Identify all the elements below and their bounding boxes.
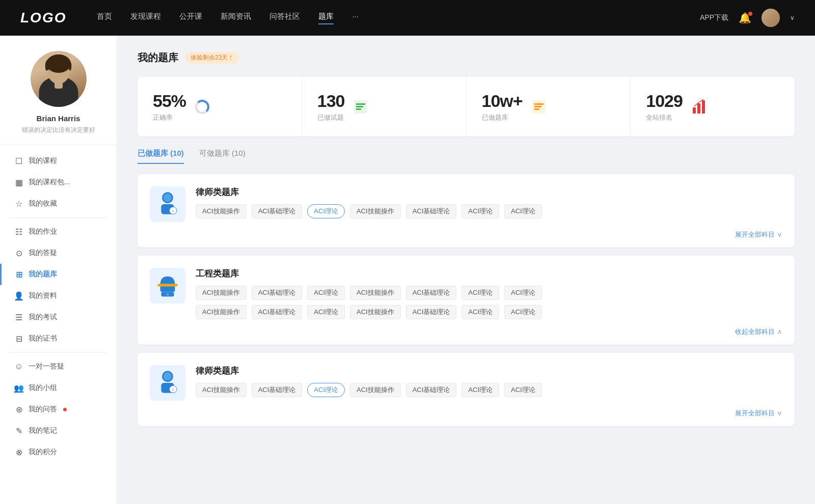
svg-point-21	[164, 193, 172, 202]
stat-rank-value: 1029	[646, 91, 683, 111]
stat-banks: 10w+ 已做题库	[467, 77, 631, 136]
tag-2-s5[interactable]: ACI基础理论	[406, 305, 457, 319]
bank-card-1-tags: ACI技能操作 ACI基础理论 ACI理论 ACI技能操作 ACI基础理论 AC…	[196, 204, 782, 218]
sidebar-item-homework[interactable]: ☷ 我的作业	[0, 221, 117, 242]
sidebar-label-course-pack: 我的课程包...	[29, 178, 70, 187]
tag-3-7[interactable]: ACI理论	[504, 383, 542, 397]
tag-2-3[interactable]: ACI理论	[307, 286, 345, 300]
svg-rect-17	[697, 103, 700, 114]
tag-2-s4[interactable]: ACI技能操作	[350, 305, 401, 319]
tag-2-2[interactable]: ACI基础理论	[252, 286, 303, 300]
nav-home[interactable]: 首页	[97, 12, 112, 24]
sidebar-item-my-qa[interactable]: ⊛ 我的问答	[0, 399, 117, 420]
tag-3-5[interactable]: ACI基础理论	[406, 383, 457, 397]
app-download-link[interactable]: APP下载	[700, 13, 728, 22]
sidebar-item-one-on-one[interactable]: ☺ 一对一答疑	[0, 356, 117, 377]
people-icon: 👤	[14, 291, 23, 300]
tag-2-6[interactable]: ACI理论	[461, 286, 499, 300]
nav-news[interactable]: 新闻资讯	[221, 12, 251, 24]
tag-3-3-active[interactable]: ACI理论	[307, 383, 345, 397]
sidebar-label-profile: 我的资料	[29, 291, 57, 300]
bank-card-3-tags: ACI技能操作 ACI基础理论 ACI理论 ACI技能操作 ACI基础理论 AC…	[196, 383, 782, 397]
nav-discover[interactable]: 发现课程	[130, 12, 161, 24]
qa-notification-dot	[63, 408, 67, 411]
tag-2-s3[interactable]: ACI理论	[307, 305, 345, 319]
tab-done[interactable]: 已做题库 (10)	[138, 149, 184, 163]
sidebar-label-notes: 我的笔记	[29, 426, 57, 435]
stat-accuracy-label: 正确率	[153, 113, 186, 122]
tag-3-6[interactable]: ACI理论	[461, 383, 499, 397]
tag-2-1[interactable]: ACI技能操作	[196, 286, 247, 300]
tag-1-1[interactable]: ACI技能操作	[196, 204, 247, 218]
sidebar-item-certificate[interactable]: ⊟ 我的证书	[0, 328, 117, 349]
tag-1-6[interactable]: ACI理论	[461, 204, 499, 218]
expand-btn-3[interactable]: 展开全部科目 ∨	[735, 409, 782, 418]
sidebar-item-exam[interactable]: ☰ 我的考试	[0, 306, 117, 328]
sidebar-item-group[interactable]: 👥 我的小组	[0, 377, 117, 399]
nav-question-bank[interactable]: 题库	[318, 12, 334, 24]
profile-name: Brian Harris	[37, 114, 80, 123]
tag-2-s6[interactable]: ACI理论	[461, 305, 499, 319]
avatar-image	[762, 9, 780, 27]
tag-2-4[interactable]: ACI技能操作	[350, 286, 401, 300]
tag-3-4[interactable]: ACI技能操作	[350, 383, 401, 397]
tag-1-4[interactable]: ACI技能操作	[350, 204, 401, 218]
tag-2-s1[interactable]: ACI技能操作	[196, 305, 247, 319]
profile-motto: 错误的决定比没有决定要好	[22, 126, 95, 134]
bank-card-3-title: 律师类题库	[196, 365, 782, 377]
sidebar-item-question-bank[interactable]: ⊞ 我的题库	[0, 264, 117, 285]
user-menu-chevron[interactable]: ∨	[790, 14, 795, 21]
engineer-icon-svg	[154, 272, 181, 299]
bank-icon-lawyer-3: ✓	[150, 365, 185, 401]
tag-3-1[interactable]: ACI技能操作	[196, 383, 247, 397]
bank-card-1-content: 律师类题库 ACI技能操作 ACI基础理论 ACI理论 ACI技能操作 ACI基…	[196, 186, 782, 218]
nav-more[interactable]: ···	[352, 12, 359, 24]
tag-2-s2[interactable]: ACI基础理论	[252, 305, 303, 319]
chat-icon: ☺	[14, 362, 23, 371]
stat-banks-value: 10w+	[482, 91, 523, 111]
tab-available[interactable]: 可做题库 (10)	[199, 149, 246, 163]
svg-rect-15	[534, 108, 539, 110]
tag-2-5[interactable]: ACI基础理论	[406, 286, 457, 300]
svg-point-7	[199, 103, 206, 110]
sidebar-label-homework: 我的作业	[29, 227, 57, 236]
bar-chart-svg	[690, 98, 708, 116]
lawyer-icon-svg-3: ✓	[154, 369, 181, 397]
stat-rank-label: 全站排名	[646, 113, 683, 122]
sidebar-item-course-pack[interactable]: ▦ 我的课程包...	[0, 172, 117, 193]
sidebar-item-favorites[interactable]: ☆ 我的收藏	[0, 193, 117, 214]
tag-1-3-active[interactable]: ACI理论	[307, 204, 345, 218]
nav-open-course[interactable]: 公开课	[179, 12, 202, 24]
sidebar-item-notes[interactable]: ✎ 我的笔记	[0, 420, 117, 441]
sidebar-item-profile[interactable]: 👤 我的资料	[0, 285, 117, 306]
clipboard-icon: ☷	[14, 227, 23, 236]
user-avatar[interactable]	[762, 9, 780, 27]
tag-2-s7[interactable]: ACI理论	[504, 305, 542, 319]
sidebar-item-qa-answer[interactable]: ⊙ 我的答疑	[0, 242, 117, 264]
nav-qa[interactable]: 问答社区	[269, 12, 300, 24]
collapse-btn-2[interactable]: 收起全部科目 ∧	[735, 327, 782, 337]
list-green-icon	[351, 98, 370, 116]
tag-1-2[interactable]: ACI基础理论	[252, 204, 303, 218]
notification-bell[interactable]: 🔔	[739, 12, 751, 24]
sidebar-item-points[interactable]: ⊗ 我的积分	[0, 441, 117, 463]
tag-2-7[interactable]: ACI理论	[504, 286, 542, 300]
navbar-right: APP下载 🔔 ∨	[700, 9, 795, 27]
svg-rect-4	[55, 80, 63, 89]
bank-card-3: ✓ 律师类题库 ACI技能操作 ACI基础理论 ACI理论 ACI技能操作 AC…	[138, 353, 795, 426]
bank-card-1: ✓ 律师类题库 ACI技能操作 ACI基础理论 ACI理论 ACI技能操作 AC…	[138, 174, 795, 247]
stat-rank-content: 1029 全站排名	[646, 91, 683, 122]
tag-3-2[interactable]: ACI基础理论	[252, 383, 303, 397]
expand-btn-1[interactable]: 展开全部科目 ∨	[735, 230, 782, 239]
sidebar-item-course[interactable]: ☐ 我的课程	[0, 150, 117, 172]
profile-avatar-img	[31, 51, 87, 107]
tag-1-5[interactable]: ACI基础理论	[406, 204, 457, 218]
tag-1-7[interactable]: ACI理论	[504, 204, 542, 218]
list-orange-svg	[530, 98, 548, 116]
note-icon: ✎	[14, 426, 23, 435]
sidebar-label-my-qa: 我的问答	[29, 405, 57, 414]
tabs-row: 已做题库 (10) 可做题库 (10)	[138, 149, 795, 164]
svg-rect-13	[534, 103, 544, 105]
lawyer-icon-svg-1: ✓	[154, 190, 181, 218]
sidebar-label-one-on-one: 一对一答疑	[29, 362, 64, 371]
